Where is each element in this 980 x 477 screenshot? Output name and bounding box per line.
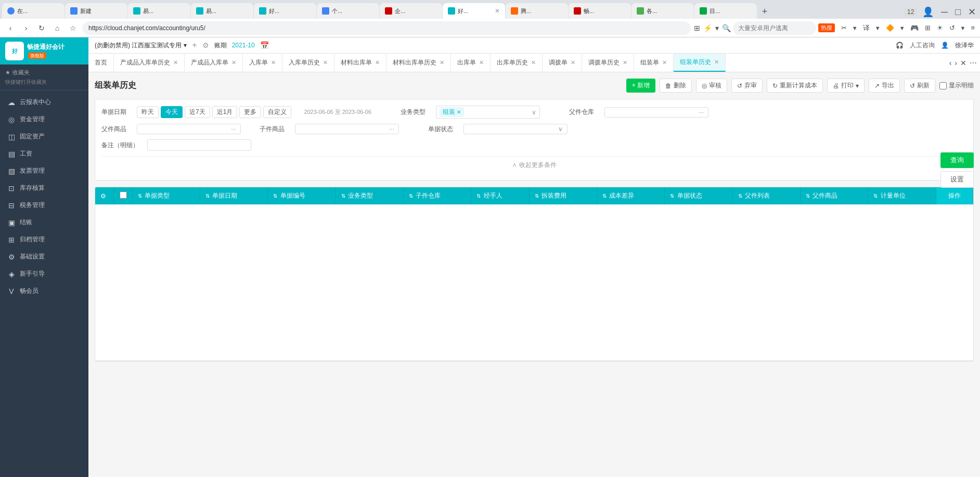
recalculate-button[interactable]: ↻ 重新计算成本 [767,79,823,93]
sidebar-item-fixed-assets[interactable]: ◫ 固定资产 [0,128,88,145]
translate-icon[interactable]: 译 [862,22,871,34]
nav-tab-adjust[interactable]: 调拨单 ✕ [543,54,582,71]
nav-tab-produce-in-history[interactable]: 产成品入库单历史 ✕ [114,54,185,71]
nav-tab-assemble[interactable]: 组装单 ✕ [634,54,674,71]
nav-tab-produce-in[interactable]: 产成品入库单 ✕ [185,54,243,71]
display-toggle[interactable]: 显示明细 [939,81,974,90]
col-biztype[interactable]: ⇅ 业务类型 [336,187,403,204]
setting-button[interactable]: 设置 [940,171,974,188]
browser-tab-6[interactable]: 个... [317,3,379,19]
nav-tab-material-out-history[interactable]: 材料出库单历史 ✕ [386,54,451,71]
col-settings[interactable]: ⚙ [95,187,114,204]
nav-tab-assemble-history[interactable]: 组装单历史 ✕ [674,54,726,72]
col-cost-diff[interactable]: ⇅ 成本差异 [597,187,664,204]
nav-tab-adjust-close[interactable]: ✕ [571,59,575,66]
window-close-icon[interactable]: ✕ [966,5,978,19]
forward-button[interactable]: › [20,22,32,34]
horizontal-scrollbar[interactable] [95,361,974,367]
nav-tab-assemble-close[interactable]: ✕ [662,59,667,66]
sidebar-item-payroll[interactable]: ▤ 工资 [0,145,88,162]
browser-tab-10[interactable]: 畅... [569,3,631,19]
parent-goods-dropdown[interactable]: ··· [137,124,241,134]
col-child-warehouse[interactable]: ⇅ 子件仓库 [403,187,471,204]
review-button[interactable]: ◎ 审核 [696,79,727,93]
nav-tab-stock-in-history-close[interactable]: ✕ [323,59,328,66]
parent-warehouse-dropdown[interactable]: ··· [604,107,708,118]
nav-tab-stock-in[interactable]: 入库单 ✕ [243,54,282,71]
browser-tab-5[interactable]: 好... [254,3,316,19]
nav-tab-adjust-history-close[interactable]: ✕ [623,59,627,66]
browser-tab-3[interactable]: 易... [128,3,190,19]
browser-tab-7[interactable]: 企... [380,3,442,19]
nav-tab-out[interactable]: 出库单 ✕ [451,54,491,71]
reload-button[interactable]: ↻ [35,22,48,34]
lightning-icon[interactable]: ⚡ [703,24,712,32]
col-type[interactable]: ⇅ 单据类型 [132,187,200,204]
print-button[interactable]: 🖨 打印 ▾ [827,79,865,93]
home-button[interactable]: ⌂ [51,22,63,34]
new-tab-button[interactable]: + [757,4,772,19]
nav-tab-assemble-history-close[interactable]: ✕ [714,59,719,66]
grid-icon[interactable]: ⊞ [924,23,932,33]
sidebar-item-member[interactable]: V 畅会员 [0,282,88,300]
date-btn-7days[interactable]: 近7天 [185,106,210,118]
nav-tab-produce-in-close[interactable]: ✕ [231,59,236,66]
col-handler[interactable]: ⇅ 经手人 [471,187,529,204]
sidebar-item-archive[interactable]: ⊞ 归档管理 [0,231,88,248]
export-button[interactable]: ↗ 导出 [869,79,900,93]
sidebar-item-inventory[interactable]: ⊡ 库存核算 [0,179,88,197]
calendar-icon[interactable]: 📅 [260,41,269,49]
nav-tab-material-out-history-close[interactable]: ✕ [440,59,444,66]
delete-button[interactable]: 🗑 删除 [660,79,692,93]
sidebar-item-fund[interactable]: ◎ 资金管理 [0,111,88,128]
settings-icon[interactable]: ⚙ [202,41,209,49]
tab-8-close[interactable]: ✕ [495,7,500,15]
nav-tab-adjust-history[interactable]: 调拨单历史 ✕ [582,54,634,71]
nav-tab-home[interactable]: 首页 [88,54,114,71]
col-check[interactable] [114,187,132,204]
sidebar-item-invoice[interactable]: ▧ 发票管理 [0,162,88,179]
minimize-icon[interactable]: ─ [939,6,950,19]
undo-icon[interactable]: ↺ [948,23,956,33]
col-unit[interactable]: ⇅ 计量单位 [868,187,936,204]
biz-type-tag-remove[interactable]: ✕ [457,109,461,115]
remark-input[interactable] [147,139,251,151]
date-btn-yesterday[interactable]: 昨天 [137,106,159,118]
nav-tab-out-history[interactable]: 出库单历史 ✕ [491,54,543,71]
sidebar-item-tax[interactable]: ⊟ 税务管理 [0,197,88,214]
doc-status-dropdown[interactable]: ∨ [463,124,568,134]
parent-goods-more-icon[interactable]: ··· [231,125,236,133]
company-selector[interactable]: (勿删勿禁用) 江西服宝测试专用 ▾ [95,41,187,50]
browser-tab-11[interactable]: 各... [631,3,694,19]
child-goods-more-icon[interactable]: ··· [389,125,394,133]
tabs-more-icon[interactable]: ⋯ [969,58,978,68]
maximize-icon[interactable]: □ [953,6,963,19]
display-toggle-checkbox[interactable] [939,82,947,89]
sun-icon[interactable]: ☀ [936,23,944,33]
user-service[interactable]: 人工咨询 [910,41,935,50]
browser-tab-8[interactable]: 好... ✕ [443,3,505,19]
emoji-icon[interactable]: 🔶 [885,23,895,33]
col-parent-goods[interactable]: ⇅ 父件商品 [800,187,868,204]
back-button[interactable]: ‹ [4,22,17,34]
nav-tab-material-out-close[interactable]: ✕ [375,59,380,66]
refresh-button[interactable]: ↺ 刷新 [904,79,935,93]
dropdown-arrow-icon[interactable]: ▾ [715,24,719,32]
nav-tab-stock-in-close[interactable]: ✕ [271,59,276,66]
date-btn-more[interactable]: 更多 [239,106,261,118]
tabs-right-arrow[interactable]: › [953,58,958,68]
add-button[interactable]: + 新增 [626,79,655,93]
col-doc-status[interactable]: ⇅ 单据状态 [665,187,732,204]
date-btn-1month[interactable]: 近1月 [212,106,238,118]
nav-tab-produce-in-history-close[interactable]: ✕ [173,59,178,66]
table-settings-icon[interactable]: ⚙ [100,192,106,200]
search-input[interactable] [733,21,816,35]
sidebar-item-cloud-report[interactable]: ☁ 云报表中心 [0,94,88,111]
bookmark-button[interactable]: ☆ [67,22,79,34]
nav-tab-out-close[interactable]: ✕ [479,59,484,66]
browser-tab-12[interactable]: 目... [694,3,757,19]
collapse-bar[interactable]: ∧ 收起更多条件 [101,156,967,174]
date-btn-custom[interactable]: 自定义 [263,106,291,118]
menu-icon[interactable]: ≡ [970,23,976,33]
qr-icon[interactable]: ⊞ [694,24,700,32]
